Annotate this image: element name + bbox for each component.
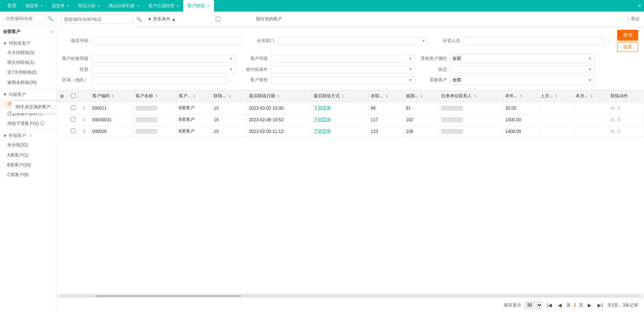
region-dots-icon[interactable]: ··· bbox=[226, 78, 236, 83]
filter-row-4: 区域（地区） ··· 客户类型 ▼ 零散客户 全部 ▼ bbox=[62, 76, 638, 85]
close-segment-icon[interactable]: × bbox=[177, 4, 179, 8]
scroll-track[interactable] bbox=[59, 295, 641, 297]
all-customers-header[interactable]: 全部客户 « bbox=[0, 26, 56, 38]
tab-customer-segment[interactable]: 客户分层经营 × bbox=[144, 0, 183, 12]
th-last-date[interactable]: 最后联络日期 ⇅ bbox=[246, 90, 311, 102]
th-this-month[interactable]: 本月... ⇅ bbox=[573, 90, 608, 102]
last-page-button[interactable]: ▶| bbox=[596, 301, 604, 309]
edit-value-icon[interactable]: ✎ bbox=[29, 133, 32, 138]
close-purchase-icon[interactable]: × bbox=[67, 4, 69, 8]
row1-more-icon[interactable]: ⠿ bbox=[617, 105, 621, 111]
sidebar-item-unclassified[interactable]: 未分组(32) bbox=[0, 140, 56, 150]
sidebar-item-class-a[interactable]: A类客户(1) bbox=[0, 150, 56, 160]
th-year[interactable]: 本年... ⇅ bbox=[503, 90, 538, 102]
scroll-thumb[interactable] bbox=[96, 295, 241, 297]
query-button[interactable]: 查询 bbox=[617, 30, 638, 41]
th-contact[interactable]: 联络... ⇅ bbox=[212, 90, 247, 102]
settings-gear-th[interactable]: ⚙ bbox=[56, 90, 68, 102]
person-dots-icon[interactable]: ··· bbox=[605, 39, 614, 44]
row2-method-link[interactable]: 下销货单 bbox=[314, 117, 331, 122]
export-button[interactable]: ↑ 导出 bbox=[627, 16, 640, 22]
th-type[interactable]: 客户... ⇅ bbox=[176, 90, 212, 102]
select-all-th[interactable] bbox=[68, 90, 78, 102]
tab-sales[interactable]: 销货单 × bbox=[21, 0, 47, 12]
person-input[interactable] bbox=[463, 37, 605, 45]
group-problem-customer[interactable]: ▼ 问题客户 bbox=[0, 89, 56, 99]
dept-select[interactable]: ▼ bbox=[277, 37, 428, 45]
tab-analysis-list[interactable]: 商品分析列表 × bbox=[104, 0, 144, 12]
filter-row-2: 客户价格等级 ▼ 客户等级 ▼ 零散客户属性 全部 bbox=[62, 54, 638, 63]
th-unit-contact[interactable]: 往来单位联系人 ⇅ bbox=[439, 90, 503, 102]
row1-check[interactable] bbox=[68, 102, 78, 114]
th-last-month[interactable]: 上月... ⇅ bbox=[538, 90, 573, 102]
row3-more-icon[interactable]: ⠿ bbox=[617, 129, 621, 134]
tab-analysis[interactable]: 商品分析 × bbox=[74, 0, 104, 12]
th-last-method[interactable]: 最后联络方式 ⇅ bbox=[311, 90, 369, 102]
more-filter-button[interactable]: ▼ 更多条件 ▲ bbox=[145, 15, 179, 24]
window-close-button[interactable]: × bbox=[638, 3, 641, 9]
next-page-button[interactable]: ▶ bbox=[586, 301, 593, 309]
status-select[interactable]: ▼ bbox=[450, 65, 595, 73]
name-sort-icon: ⇅ bbox=[155, 94, 158, 98]
close-contact-icon[interactable]: × bbox=[207, 4, 209, 8]
row2-checkbox[interactable] bbox=[71, 117, 76, 122]
select-all-checkbox[interactable] bbox=[71, 93, 76, 98]
scatter-customer-select[interactable]: 全部 ▼ bbox=[450, 76, 595, 85]
th-code[interactable]: 客户编码 ⇅ bbox=[90, 90, 133, 102]
row1-name-blur bbox=[136, 106, 157, 111]
filter-icon: ▼ bbox=[148, 17, 152, 22]
tab-home[interactable]: 首页 bbox=[3, 3, 21, 9]
scatter-attr-select[interactable]: 全部 ▼ bbox=[450, 54, 595, 63]
sidebar-item-declining[interactable]: 持续下滑客户(2) ⓘ bbox=[0, 119, 56, 129]
my-customer-checkbox[interactable] bbox=[182, 17, 254, 21]
row2-more-icon[interactable]: ⠿ bbox=[617, 117, 621, 123]
nature-select[interactable]: ▼ bbox=[91, 65, 236, 73]
row1-checkbox[interactable] bbox=[71, 105, 76, 110]
row3-check[interactable] bbox=[68, 126, 78, 137]
phone-input[interactable] bbox=[91, 37, 242, 45]
collapse-sidebar-icon[interactable]: « bbox=[51, 29, 53, 35]
row3-method-link[interactable]: 下销货单 bbox=[314, 129, 331, 134]
sidebar-item-class-b[interactable]: B类客户(33) bbox=[0, 160, 56, 170]
price-grade-select[interactable]: ▼ bbox=[91, 55, 236, 63]
customer-type-select[interactable]: ▼ bbox=[271, 76, 415, 84]
horizontal-scrollbar[interactable] bbox=[56, 293, 644, 298]
row1-method-link[interactable]: 下销货单 bbox=[314, 105, 331, 110]
sidebar-item-class-c[interactable]: C类客户(6) bbox=[0, 170, 56, 180]
tab-customer-contact[interactable]: 客户联络 × bbox=[183, 0, 214, 12]
per-page-select[interactable]: 50 100 200 bbox=[524, 301, 543, 309]
row2-overdue: 102 bbox=[403, 114, 439, 126]
sidebar-item-today-pending[interactable]: 今天待联络(0) bbox=[0, 48, 56, 58]
first-page-button[interactable]: |◀ bbox=[546, 301, 554, 309]
row3-checkbox[interactable] bbox=[71, 129, 76, 133]
tab-purchase[interactable]: 进货单 × bbox=[47, 0, 73, 12]
settings-button[interactable]: 设置 bbox=[617, 42, 638, 52]
sidebar-item-7day-pending[interactable]: 近7天待联络(0) bbox=[0, 68, 56, 77]
search-button[interactable]: 🔍 bbox=[136, 17, 142, 22]
row2-check[interactable] bbox=[68, 114, 78, 126]
row2-message-icon[interactable]: ✉ bbox=[611, 117, 615, 123]
my-customer-checkbox-label[interactable]: 我分管的客户 bbox=[182, 16, 282, 22]
close-analysis-icon[interactable]: × bbox=[98, 4, 100, 8]
th-uncontact[interactable]: 未联... ⇅ bbox=[369, 90, 404, 102]
th-overdue[interactable]: 逾期... ⇅ bbox=[403, 90, 439, 102]
prev-page-button[interactable]: ◀ bbox=[556, 301, 563, 309]
sidebar-search-icon[interactable]: 🔍 bbox=[48, 16, 53, 21]
th-name[interactable]: 客户名称 ⇅ bbox=[133, 90, 176, 102]
search-input[interactable] bbox=[61, 15, 133, 24]
sidebar-item-overdue-contact[interactable]: 逾期未联络(30) bbox=[0, 78, 56, 88]
page-label: 第 bbox=[566, 302, 571, 308]
group-pending-contact[interactable]: ▼ 待联络客户 bbox=[0, 38, 56, 48]
filter-region: 区域（地区） ··· bbox=[62, 76, 236, 84]
payment-select[interactable]: ▼ bbox=[271, 65, 415, 73]
sidebar-search-input[interactable] bbox=[3, 15, 46, 23]
group-value-customer[interactable]: ▼ 价值客户 ✎ bbox=[0, 130, 56, 140]
close-analysis-list-icon[interactable]: × bbox=[137, 4, 139, 8]
customer-grade-select[interactable]: ▼ bbox=[271, 55, 415, 63]
sidebar-item-tomorrow-pending[interactable]: 明天待联络(1) bbox=[0, 58, 56, 68]
region-input[interactable] bbox=[91, 76, 226, 84]
close-sales-icon[interactable]: × bbox=[41, 4, 43, 8]
row3-message-icon[interactable]: ✉ bbox=[611, 129, 615, 134]
nature-arrow-icon: ▼ bbox=[229, 67, 233, 72]
row1-message-icon[interactable]: ✉ bbox=[611, 105, 615, 111]
